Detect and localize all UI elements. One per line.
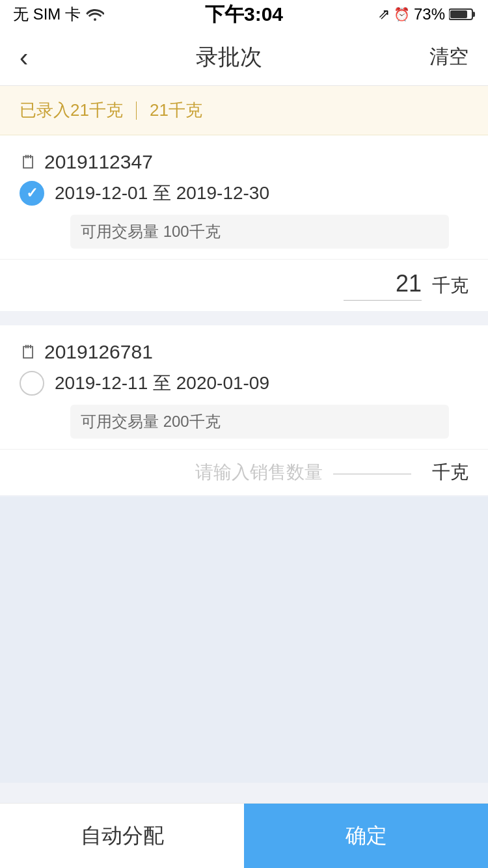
qty-display-1: 21	[344, 270, 422, 301]
svg-rect-2	[450, 10, 467, 18]
batch-header-1: 🗒 2019112347	[20, 151, 468, 173]
quantity-unit-2: 千克	[432, 460, 468, 485]
available-tag-1: 可用交易量 100千克	[70, 215, 449, 249]
input-placeholder-2: 请输入销售数量	[195, 460, 323, 485]
card-separator-1	[0, 312, 488, 325]
page-title: 录批次	[196, 42, 262, 72]
input-row-2: 请输入销售数量 千克	[0, 449, 488, 495]
alarm-icon: ⏰	[394, 7, 410, 22]
batch-date-row-1[interactable]: 2019-12-01 至 2019-12-30	[20, 181, 468, 206]
empty-area	[0, 496, 488, 783]
quantity-unit-1: 千克	[432, 273, 468, 298]
clear-button[interactable]: 清空	[429, 44, 468, 70]
batch-id-text-2: 2019126781	[44, 341, 153, 363]
wifi-icon	[86, 8, 104, 21]
info-banner: 已录入21千克 21千克	[0, 86, 488, 135]
batch-card-2: 🗒 2019126781 2019-12-11 至 2020-01-09 可用交…	[0, 325, 488, 495]
back-button[interactable]: ‹	[20, 44, 28, 70]
status-left: 无 SIM 卡	[13, 4, 104, 25]
location-icon: ⇗	[378, 6, 390, 23]
batch-date-1: 2019-12-01 至 2019-12-30	[55, 181, 269, 206]
battery-icon	[449, 8, 475, 21]
qty-underline-1	[344, 300, 422, 301]
status-bar: 无 SIM 卡 下午3:04 ⇗ ⏰ 73%	[0, 0, 488, 29]
qty-underline-2	[333, 474, 411, 474]
batch-item-1: 🗒 2019112347 2019-12-01 至 2019-12-30 可用交…	[0, 135, 488, 249]
svg-rect-1	[472, 12, 475, 17]
info-divider	[136, 102, 137, 120]
status-time: 下午3:04	[205, 1, 283, 28]
qty-display-2[interactable]	[333, 471, 411, 474]
quantity-value-1[interactable]: 21	[396, 270, 422, 297]
quantity-row-1: 21 千克	[0, 259, 488, 311]
nav-bar: ‹ 录批次 清空	[0, 29, 488, 86]
recorded-text: 已录入21千克	[20, 99, 123, 122]
batch-date-2: 2019-12-11 至 2020-01-09	[55, 371, 269, 396]
confirm-button[interactable]: 确定	[244, 804, 488, 868]
batch-date-row-2[interactable]: 2019-12-11 至 2020-01-09	[20, 371, 468, 396]
batch-item-2: 🗒 2019126781 2019-12-11 至 2020-01-09 可用交…	[0, 325, 488, 439]
status-right: ⇗ ⏰ 73%	[378, 5, 475, 23]
no-sim-text: 无 SIM 卡	[13, 4, 81, 25]
radio-2[interactable]	[20, 371, 44, 396]
battery-text: 73%	[414, 5, 445, 23]
batch-id-icon-1: 🗒	[20, 152, 38, 173]
bottom-bar: 自动分配 确定	[0, 803, 488, 868]
radio-1[interactable]	[20, 181, 44, 206]
recorded-value: 21千克	[150, 99, 202, 122]
auto-distribute-button[interactable]: 自动分配	[0, 804, 244, 868]
page-content: 已录入21千克 21千克 🗒 2019112347 2019-12-01 至 2…	[0, 86, 488, 848]
batch-card-1: 🗒 2019112347 2019-12-01 至 2019-12-30 可用交…	[0, 135, 488, 311]
available-tag-2: 可用交易量 200千克	[70, 405, 449, 439]
batch-id-icon-2: 🗒	[20, 342, 38, 363]
batch-id-text-1: 2019112347	[44, 151, 153, 173]
batch-header-2: 🗒 2019126781	[20, 341, 468, 363]
